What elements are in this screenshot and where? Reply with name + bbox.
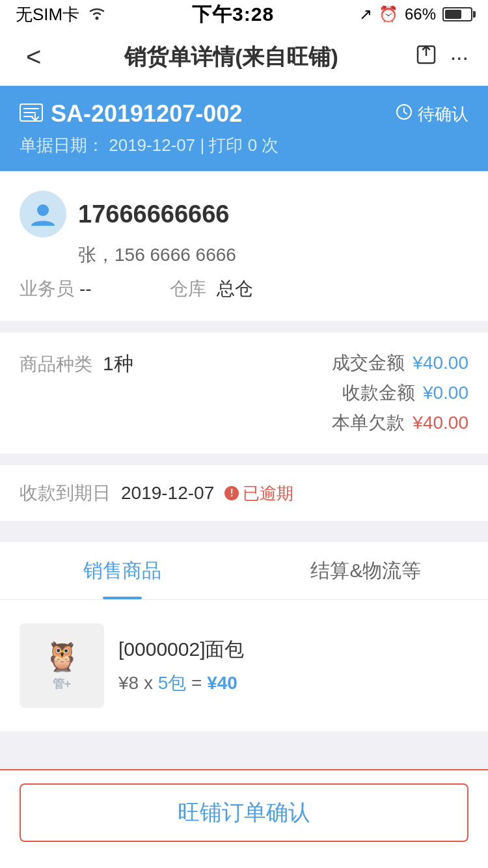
share-icon[interactable] [415,44,437,71]
tab-underline [103,597,142,599]
customer-row: 17666666666 [20,191,468,237]
debt-amount-row: 本单欠款 ¥40.00 [332,411,468,435]
customer-phone: 17666666666 [78,200,229,228]
status-bar: 无SIM卡 下午3:28 ↗ ⏰ 66% [0,0,488,29]
deal-value: ¥40.00 [413,353,468,373]
clock-icon [396,103,413,125]
tab-label-settlement: 结算&物流等 [310,558,421,584]
divider-3 [0,532,488,542]
product-info: [0000002]面包 ¥8 x 5包 = ¥40 [118,636,468,696]
deal-label: 成交金额 [332,351,405,375]
tab-settlement[interactable]: 结算&物流等 [244,542,488,599]
customer-section: 17666666666 张，156 6666 6666 业务员 -- 仓库 总仓 [0,171,488,321]
order-icon [20,100,43,128]
sales-item: 业务员 -- [20,277,92,301]
brand-text: 管+ [53,676,72,692]
bottom-bar: 旺铺订单确认 [0,769,488,868]
confirm-button-label: 旺铺订单确认 [178,798,310,828]
sales-value: -- [79,278,92,299]
receipt-label: 收款金额 [342,381,415,405]
sales-label: 业务员 [20,277,74,301]
status-text: 待确认 [418,103,468,126]
avatar [20,191,66,237]
product-name: [0000002]面包 [118,636,468,663]
tab-label-sales: 销售商品 [83,558,161,584]
brand-owl-icon: 🦉 [44,640,80,673]
warehouse-item: 仓库 总仓 [170,277,253,301]
due-section: 收款到期日 2019-12-07 ! 已逾期 [0,465,488,521]
warehouse-value: 总仓 [217,277,253,301]
more-icon[interactable]: ··· [450,44,468,70]
product-price-row: ¥8 x 5包 = ¥40 [118,671,468,696]
order-id-row: SA-20191207-002 [20,100,242,128]
overdue-text: 已逾期 [243,482,293,505]
product-thumbnail: 🦉 管+ [20,623,104,708]
due-label: 收款到期日 [20,481,111,506]
divider-1 [0,322,488,332]
product-row: 🦉 管+ [0000002]面包 ¥8 x 5包 = ¥40 [20,613,468,718]
wifi-icon [87,5,107,25]
overdue-badge: ! 已逾期 [224,482,293,505]
type-value: 1种 [103,351,133,377]
divider-2 [0,455,488,465]
summary-section: 商品种类 1种 成交金额 ¥40.00 收款金额 ¥0.00 本单欠款 ¥40.… [0,332,488,454]
page-title: 销货单详情(来自旺铺) [124,42,338,72]
header-card: SA-20191207-002 待确认 单据日期： 2019-12-07 | 打… [0,86,488,171]
back-button[interactable]: < [20,36,47,78]
debt-value: ¥40.00 [413,413,468,433]
equals-sign: = [191,673,207,693]
status-left: 无SIM卡 [16,3,107,26]
products-section: 🦉 管+ [0000002]面包 ¥8 x 5包 = ¥40 [0,600,488,731]
multiply-sign: x [144,673,158,693]
warehouse-label: 仓库 [170,277,206,301]
order-number: SA-20191207-002 [51,100,242,128]
nav-actions: ··· [415,44,468,71]
status-right: ↗ ⏰ 66% [359,5,472,23]
status-badge: 待确认 [396,103,468,126]
deal-amount-row: 成交金额 ¥40.00 [332,351,468,375]
tabs-section: 销售商品 结算&物流等 [0,542,488,600]
customer-meta-row: 业务员 -- 仓库 总仓 [20,277,468,301]
type-label: 商品种类 [20,352,92,377]
carrier-text: 无SIM卡 [16,3,79,26]
tab-sales-products[interactable]: 销售商品 [0,542,244,599]
location-icon: ↗ [359,5,372,23]
overdue-dot: ! [224,486,239,500]
order-meta: 单据日期： 2019-12-07 | 打印 0 次 [20,134,468,157]
time-display: 下午3:28 [192,1,274,28]
receipt-amount-row: 收款金额 ¥0.00 [342,381,468,405]
svg-point-4 [37,204,49,216]
summary-row: 商品种类 1种 成交金额 ¥40.00 收款金额 ¥0.00 本单欠款 ¥40.… [20,351,468,435]
quantity: 5包 [158,673,187,693]
alarm-icon: ⏰ [379,5,398,23]
debt-label: 本单欠款 [332,411,405,435]
summary-left: 商品种类 1种 [20,351,133,377]
due-date: 2019-12-07 [121,483,214,504]
battery-icon [442,7,472,21]
total-price: ¥40 [207,673,237,693]
summary-right: 成交金额 ¥40.00 收款金额 ¥0.00 本单欠款 ¥40.00 [332,351,468,435]
confirm-order-button[interactable]: 旺铺订单确认 [20,783,468,842]
nav-bar: < 销货单详情(来自旺铺) ··· [0,29,488,86]
svg-point-0 [96,16,99,20]
battery-percent: 66% [405,5,436,23]
receipt-value: ¥0.00 [423,383,468,403]
price-unit: ¥8 [118,673,139,693]
customer-name: 张，156 6666 6666 [78,243,468,267]
